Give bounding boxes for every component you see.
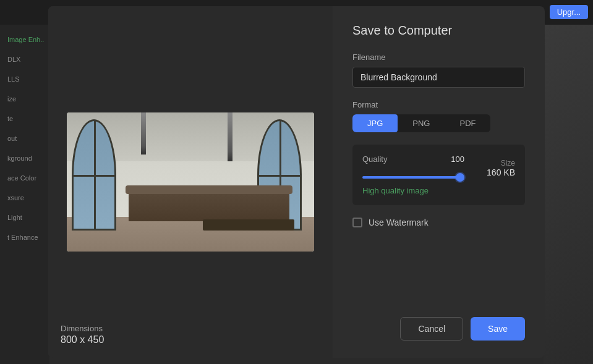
quality-header: Quality 100 [362,154,464,164]
size-section: Size 160 KB [472,159,515,177]
high-quality-text: High quality image [362,186,515,195]
quality-value: 100 [451,154,464,164]
format-tab-pdf[interactable]: PDF [445,114,490,132]
size-label: Size [501,159,515,167]
watermark-checkbox[interactable] [352,218,362,227]
sidebar-item-replace-color[interactable]: ace Color [5,171,45,185]
sidebar-item-out[interactable]: out [5,131,45,146]
sidebar-item-background[interactable]: kground [5,151,45,166]
dimensions-label-text: Dimensions [61,324,104,333]
quality-row: Quality 100 Size 160 KB [362,154,515,181]
right-preview-image [544,25,593,364]
cancel-button[interactable]: Cancel [400,317,463,341]
room-scene [67,112,314,252]
right-preview-panel [544,25,593,364]
pendant-light-right [228,112,233,161]
filename-label: Filename [352,53,525,62]
sidebar-item-dlx[interactable]: DLX [5,52,45,67]
sidebar-item-te[interactable]: te [5,111,45,126]
format-section: Format JPG PNG PDF [352,100,525,132]
dialog-preview-panel: Dimensions 800 x 450 [48,6,333,358]
dimensions-section: Dimensions 800 x 450 [61,324,104,345]
pendant-light-left [141,112,146,154]
left-sidebar: Image Enh... DLX LLS ize te out kground … [0,25,49,364]
size-value: 160 KB [487,167,515,177]
format-label: Format [352,100,525,109]
format-tab-jpg[interactable]: JPG [352,114,398,132]
dimensions-value: 800 x 450 [61,334,104,345]
sidebar-item-size[interactable]: ize [5,91,45,106]
quality-slider[interactable] [362,176,464,179]
save-dialog: Dimensions 800 x 450 Save to Computer Fi… [48,6,545,358]
format-tab-png[interactable]: PNG [398,114,445,132]
dialog-options-panel: Save to Computer Filename Format JPG PNG… [333,6,545,358]
format-tabs: JPG PNG PDF [352,114,490,132]
window-left [72,119,116,231]
quality-label: Quality [362,154,387,164]
watermark-label[interactable]: Use Watermark [369,218,429,227]
spacer [352,240,525,305]
upgrade-button[interactable]: Upgr... [550,5,588,19]
sidebar-item-light[interactable]: Light [5,210,45,225]
filename-section: Filename [352,53,525,88]
save-button[interactable]: Save [471,317,525,341]
sidebar-item-image-enhance[interactable]: Image Enh... [5,32,45,47]
dialog-buttons: Cancel Save [352,317,525,341]
watermark-section: Use Watermark [352,218,525,227]
sidebar-item-lls[interactable]: LLS [5,72,45,87]
quality-section: Quality 100 Size 160 KB High quality ima… [352,145,525,205]
dialog-title: Save to Computer [352,23,525,38]
coffee-table [203,219,294,231]
preview-image-container [67,112,314,252]
sofa [129,190,289,221]
sidebar-item-exposure[interactable]: xsure [5,190,45,205]
filename-input[interactable] [352,67,525,88]
sidebar-item-enhance[interactable]: t Enhance [5,230,45,245]
